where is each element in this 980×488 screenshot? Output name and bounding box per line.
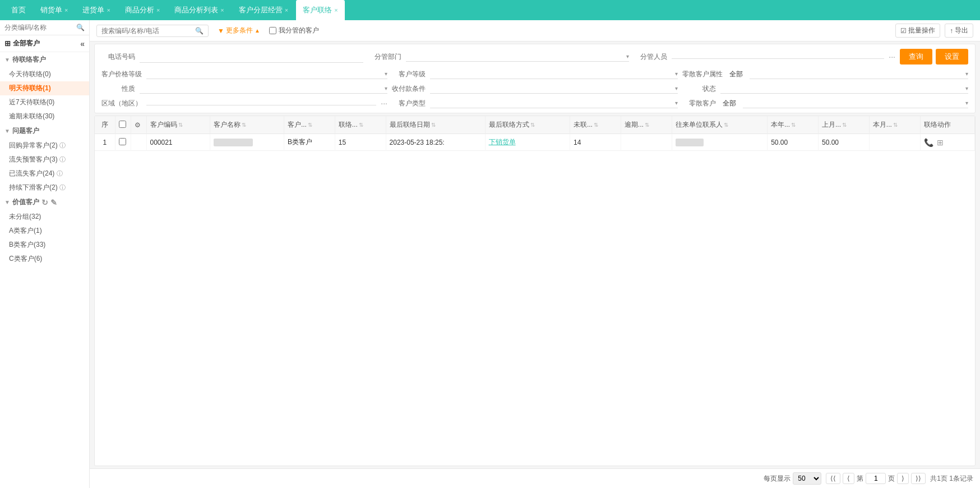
sidebar-item-repurchase[interactable]: 回购异常客户(2) ⓘ [0, 139, 89, 153]
col-last-date-header[interactable]: 最后联络日期 ⇅ [386, 116, 485, 134]
filter-person-dots[interactable]: ··· [889, 52, 895, 61]
data-table: 序 ⚙ 客户编码 ⇅ [95, 116, 975, 151]
col-code-header[interactable]: 客户编码 ⇅ [146, 116, 210, 134]
cell-checkbox[interactable] [115, 134, 131, 151]
filter-nature-select[interactable]: ▾ [140, 84, 387, 94]
sort-icon: ⇅ [530, 122, 535, 128]
nav-purchase[interactable]: 进货单 × [76, 0, 117, 20]
col-overdue-header[interactable]: 逾期... ⇅ [621, 116, 672, 134]
cell-this-month [869, 134, 920, 151]
nav-customer-segment[interactable]: 客户分层经营 × [232, 0, 295, 20]
filter-retail-attr-select[interactable]: ▾ [750, 69, 968, 79]
filter-row-1: 电话号码 分管部门 ▾ 分管人员 ··· 查询 设置 [101, 49, 968, 65]
close-icon[interactable]: × [156, 7, 160, 13]
collapse-icon[interactable]: « [80, 39, 85, 48]
sidebar-item-ungrouped[interactable]: 未分组(32) [0, 210, 89, 224]
sidebar-group-problem: 问题客户 [0, 123, 89, 139]
per-page-select[interactable]: 50 100 200 [793, 472, 821, 485]
my-customers-checkbox[interactable] [269, 27, 276, 34]
search-icon[interactable]: 🔍 [76, 24, 85, 31]
sidebar-item-a-class[interactable]: A类客户(1) [0, 224, 89, 238]
sidebar-item-week[interactable]: 近7天待联络(0) [0, 95, 89, 109]
filter-price-level-select[interactable]: ▾ [146, 69, 387, 79]
sidebar-item-today[interactable]: 今天待联络(0) [0, 67, 89, 81]
batch-ops-button[interactable]: ☑ 批量操作 [895, 24, 940, 38]
col-last-method-header[interactable]: 最后联络方式 ⇅ [485, 116, 570, 134]
col-this-month-header[interactable]: 本月... ⇅ [869, 116, 920, 134]
select-all-checkbox[interactable] [119, 121, 126, 128]
sort-icon: ⇅ [791, 122, 796, 128]
col-last-month-header[interactable]: 上月... ⇅ [818, 116, 869, 134]
more-conditions-button[interactable]: ▼ 更多条件 ▲ [213, 24, 265, 38]
cell-code: 000021 [146, 134, 210, 151]
col-action-header: 联络动作 [920, 116, 974, 134]
filter-cust-type-select[interactable]: ▾ [430, 98, 678, 108]
settings-icon[interactable]: ⚙ [135, 121, 141, 129]
sort-icon: ⇅ [724, 122, 728, 128]
row-checkbox[interactable] [119, 138, 126, 145]
col-name-header[interactable]: 客户名称 ⇅ [210, 116, 284, 134]
sidebar-item-tomorrow[interactable]: 明天待联络(1) [0, 81, 89, 95]
close-icon[interactable]: × [334, 7, 338, 13]
sidebar-search-input[interactable] [4, 24, 74, 31]
close-icon[interactable]: × [285, 7, 288, 13]
filter-person: 分管人员 ··· [634, 52, 895, 62]
filter-cust-type: 客户类型 ▾ [392, 98, 678, 108]
prev-page-button[interactable]: ⟨ [843, 473, 854, 484]
sidebar-item-declining[interactable]: 持续下滑客户(2) ⓘ [0, 181, 89, 195]
col-settings-header[interactable]: ⚙ [131, 116, 146, 134]
last-page-button[interactable]: ⟩⟩ [911, 473, 926, 484]
first-page-button[interactable]: ⟨⟨ [826, 473, 840, 484]
filter-phone-input[interactable] [140, 51, 363, 63]
next-page-button[interactable]: ⟩ [897, 473, 909, 484]
edit-icon[interactable]: ✎ [50, 198, 57, 207]
cell-last-method[interactable]: 下销货单 [485, 134, 570, 151]
nav-customer-contact[interactable]: 客户联络 × [296, 0, 344, 20]
col-checkbox-header[interactable] [115, 116, 131, 134]
col-contact-header[interactable]: 联络... ⇅ [335, 116, 386, 134]
col-this-year-header[interactable]: 本年... ⇅ [768, 116, 819, 134]
col-type-header[interactable]: 客户... ⇅ [284, 116, 335, 134]
chevron-down-icon: ▾ [385, 85, 387, 91]
filter-region-dots[interactable]: ··· [381, 99, 387, 108]
grid-icon[interactable]: ⊞ [937, 138, 944, 147]
nav-analysis[interactable]: 商品分析 × [118, 0, 167, 20]
sort-icon: ⇅ [242, 122, 246, 128]
cell-contact: 15 [335, 134, 386, 151]
refresh-icon[interactable]: ↻ [41, 198, 48, 207]
sort-icon: ⇅ [594, 122, 598, 128]
page-input[interactable] [866, 473, 886, 484]
query-button[interactable]: 查询 [900, 49, 932, 65]
filter-payment-select[interactable]: ▾ [430, 84, 678, 94]
phone-icon[interactable]: 📞 [924, 138, 933, 147]
col-contact-person-header[interactable]: 往来单位联系人 ⇅ [672, 116, 768, 134]
sidebar-all-customers[interactable]: ⊞ 全部客户 « [0, 35, 89, 52]
filter-dept-select[interactable]: ▾ [406, 52, 630, 62]
sidebar-item-overdue[interactable]: 逾期未联络(30) [0, 109, 89, 123]
sidebar-item-c-class[interactable]: C类客户(6) [0, 252, 89, 266]
close-icon[interactable]: × [220, 7, 224, 13]
filter-panel: 电话号码 分管部门 ▾ 分管人员 ··· 查询 设置 [94, 44, 976, 113]
export-button[interactable]: ↑ 导出 [945, 24, 973, 38]
filter-status-select[interactable]: ▾ [720, 84, 968, 94]
sidebar-item-lost[interactable]: 流失预警客户(3) ⓘ [0, 153, 89, 167]
close-icon[interactable]: × [107, 7, 110, 13]
nav-analysis-list[interactable]: 商品分析列表 × [168, 0, 230, 20]
search-icon[interactable]: 🔍 [195, 27, 204, 35]
my-customers-checkbox-wrap[interactable]: 我分管的客户 [269, 26, 319, 35]
chevron-down-icon: ▾ [626, 53, 629, 59]
close-icon[interactable]: × [64, 7, 68, 13]
nav-sales[interactable]: 销货单 × [34, 0, 75, 20]
filter-retail-select[interactable]: ▾ [743, 98, 968, 108]
nav-home[interactable]: 首页 [4, 0, 33, 20]
col-not-linked-header[interactable]: 未联... ⇅ [570, 116, 621, 134]
top-nav: 首页 销货单 × 进货单 × 商品分析 × 商品分析列表 × 客户分层经营 × … [0, 0, 980, 20]
content-area: 🔍 ▼ 更多条件 ▲ 我分管的客户 ☑ 批量操作 ↑ 导出 [90, 20, 980, 488]
search-input[interactable] [101, 27, 193, 35]
set-button[interactable]: 设置 [936, 49, 968, 65]
sidebar-item-lost2[interactable]: 已流失客户(24) ⓘ [0, 167, 89, 181]
filter-level-select[interactable]: ▾ [430, 69, 678, 79]
filter-phone: 电话号码 [101, 51, 363, 63]
table-wrap: 序 ⚙ 客户编码 ⇅ [94, 116, 976, 466]
sidebar-item-b-class[interactable]: B类客户(33) [0, 238, 89, 252]
